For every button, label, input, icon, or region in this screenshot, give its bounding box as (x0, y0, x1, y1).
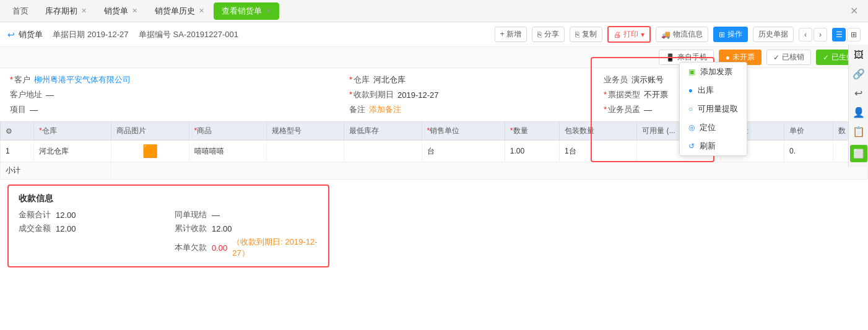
prev-btn[interactable]: ‹ (799, 28, 812, 41)
th-minstock: 最低库存 (344, 122, 422, 141)
project-label: 项目 (10, 104, 26, 115)
current-debt-row: 本单欠款 0.00 （收款到期日: 2019-12-27） (175, 237, 318, 259)
confirm-btn[interactable]: ✓ 已核销 (766, 50, 811, 65)
warehouse-field: 仓库 河北仓库 (349, 74, 604, 85)
new-btn[interactable]: + 新增 (495, 27, 527, 42)
code-label: 单据编号 SA-20191227-001 (139, 29, 239, 40)
print-icon: 🖨 (614, 30, 621, 39)
sidebar-icon-1[interactable]: 🖼 (854, 50, 864, 61)
tab-bar: 首页 库存期初 ✕ 销货单 ✕ 销货单历史 ✕ 查看销货单 ✕ ✕ (0, 0, 868, 22)
tickettype-label: 票据类型 (604, 89, 640, 100)
copy-btn[interactable]: ⎘ 复制 (570, 27, 602, 42)
doc-icon: ↩ (7, 30, 15, 40)
current-debt-value: 0.00 (212, 243, 227, 253)
tab-view-sales[interactable]: 查看销货单 ✕ (214, 2, 279, 20)
deal-amount-value: 12.00 (56, 224, 76, 233)
tab-view-sales-close[interactable]: ✕ (266, 7, 271, 15)
sidebar-icon-4[interactable]: 👤 (853, 106, 865, 118)
dropdown-add-invoice[interactable]: ▣ 添加发票 (680, 63, 747, 81)
sidebar-icon-5[interactable]: 📋 (853, 126, 865, 137)
view-toggle: ☰ ⊞ (832, 28, 861, 41)
tab-sales-history-close[interactable]: ✕ (199, 7, 204, 15)
share-icon: ⎘ (537, 30, 542, 39)
copy-icon: ⎘ (575, 30, 579, 39)
check-icon: ✓ (773, 53, 779, 62)
grid-view-btn[interactable]: ⊞ (847, 28, 861, 41)
logistics-btn[interactable]: 🚚 物流信息 (656, 27, 708, 42)
outbound-icon: ● (688, 86, 693, 95)
available-extract-label: 可用量提取 (698, 103, 738, 115)
cell-spec (266, 141, 344, 162)
refresh-label: 刷新 (700, 141, 716, 152)
warehouse-value: 河北仓库 (373, 74, 406, 85)
th-unit: 销售单位 (422, 122, 505, 141)
right-sidebar: 🖼 🔗 ↩ 👤 📋 ⬜ (848, 45, 868, 167)
dropdown-outbound[interactable]: ● 出库 (680, 81, 747, 100)
dropdown-refresh[interactable]: ↺ 刷新 (680, 137, 747, 155)
bottom-info-box: 收款信息 金额合计 12.00 同单现结 — 成交金额 12.00 累计收款 1… (7, 185, 329, 267)
doc-header: ↩ 销货单 单据日期 2019-12-27 单据编号 SA-20191227-0… (0, 22, 868, 47)
add-invoice-icon: ▣ (688, 67, 695, 76)
tab-inventory[interactable]: 库存期初 ✕ (37, 2, 95, 20)
cell-minstock (344, 141, 422, 162)
tab-sales-close[interactable]: ✕ (132, 7, 137, 15)
close-window-btn[interactable]: ✕ (845, 5, 863, 17)
same-order-settle-value: — (212, 211, 220, 220)
staff-value: 演示账号 (631, 74, 664, 85)
doc-title-area: ↩ 销货单 (7, 29, 43, 40)
history-btn[interactable]: 历史单据 (753, 27, 794, 42)
customer-field: 客户 柳州粤港平安气体有限公司 (10, 74, 349, 85)
address-value: — (46, 90, 54, 100)
sidebar-icon-2[interactable]: 🔗 (853, 68, 865, 80)
product-thumbnail: 🟧 (142, 144, 158, 158)
th-product: 商品 (189, 122, 266, 141)
dropdown-locate[interactable]: ◎ 定位 (680, 118, 747, 137)
th-packqty: 包装数量 (559, 122, 636, 141)
amount-total-label: 金额合计 (19, 209, 51, 220)
deal-amount-row: 成交金额 12.00 (19, 223, 162, 234)
duedate-label: 收款到期日 (349, 89, 394, 100)
bizstaff-label: 业务员孟 (604, 104, 640, 115)
share-btn[interactable]: ⎘ 分享 (532, 27, 565, 42)
ops-icon: ⊞ (719, 30, 725, 39)
address-field: 客户地址 — (10, 89, 349, 100)
cell-packqty: 1台 (559, 141, 636, 162)
next-btn[interactable]: › (814, 28, 827, 41)
ops-btn[interactable]: ⊞ 操作 (713, 27, 748, 42)
address-label: 客户地址 (10, 89, 42, 100)
tab-home[interactable]: 首页 (5, 2, 36, 20)
project-value: — (30, 105, 38, 115)
subtotal-values (111, 162, 868, 180)
sidebar-expand-btn[interactable]: ⬜ (850, 145, 867, 162)
th-warehouse: 仓库 (33, 122, 111, 141)
cell-unit: 台 (422, 141, 505, 162)
tab-sales[interactable]: 销货单 ✕ (96, 2, 145, 20)
tab-inventory-close[interactable]: ✕ (81, 7, 87, 15)
sidebar-icon-3[interactable]: ↩ (854, 87, 862, 99)
effect-icon: ✓ (823, 53, 829, 62)
current-debt-extra: （收款到期日: 2019-12-27） (232, 237, 318, 259)
th-qty: 数量 (505, 122, 559, 141)
date-label: 单据日期 2019-12-27 (53, 29, 129, 40)
add-remark-btn[interactable]: 添加备注 (369, 104, 401, 115)
duedate-field: 收款到期日 2019-12-27 (349, 89, 604, 100)
refresh-icon: ↺ (688, 142, 695, 150)
customer-label: 客户 (10, 74, 30, 85)
th-settings[interactable]: ⚙ (1, 122, 34, 141)
deal-amount-label: 成交金额 (19, 223, 51, 234)
customer-value[interactable]: 柳州粤港平安气体有限公司 (34, 74, 131, 85)
cell-no: 1 (1, 141, 34, 162)
toolbar: + 新增 ⎘ 分享 ⎘ 复制 🖨 打印 ▾ 🚚 物流信息 (495, 26, 861, 43)
phone-icon: 📱 (666, 53, 675, 62)
print-btn[interactable]: 🖨 打印 ▾ (607, 26, 651, 43)
dropdown-available-extract[interactable]: ○ 可用量提取 (680, 100, 747, 118)
doc-meta: 单据日期 2019-12-27 单据编号 SA-20191227-001 (53, 29, 238, 40)
list-view-btn[interactable]: ☰ (832, 28, 846, 41)
logistics-icon: 🚚 (661, 30, 671, 39)
th-image: 商品图片 (111, 122, 189, 141)
total-collected-label: 累计收款 (175, 223, 207, 234)
cell-qty: 1.00 (505, 141, 559, 162)
tab-sales-history[interactable]: 销货单历史 ✕ (147, 2, 212, 20)
locate-icon: ◎ (688, 123, 695, 132)
doc-title-label: 销货单 (19, 29, 43, 40)
